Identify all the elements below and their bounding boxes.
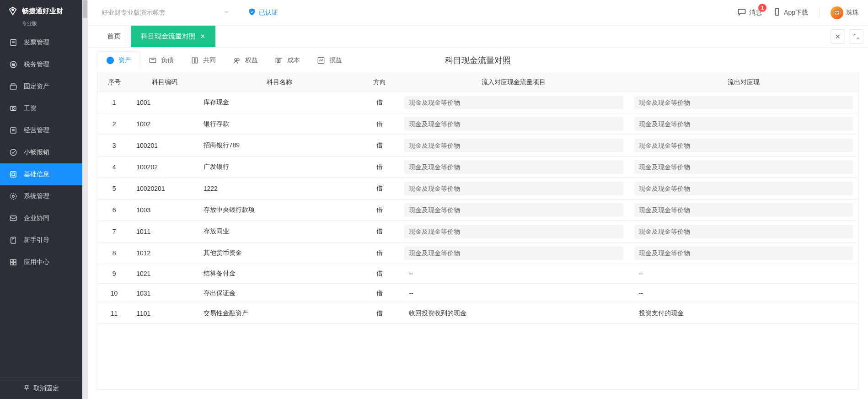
cell-name: 存放中央银行款项	[198, 199, 361, 221]
svg-point-34	[235, 58, 237, 60]
cell-outflow[interactable]: 现金及现金等价物	[629, 92, 858, 113]
equity-cat-icon	[232, 56, 241, 65]
cell-inflow[interactable]: 收回投资收到的现金	[399, 303, 628, 324]
cell-outflow[interactable]: 现金及现金等价物	[629, 221, 858, 242]
fullscreen-button[interactable]	[849, 29, 863, 44]
category-tab-equity-cat[interactable]: 权益	[224, 52, 266, 69]
cell-inflow[interactable]: --	[399, 283, 628, 303]
cell-code: 100202	[131, 156, 198, 178]
cell-outflow[interactable]: 现金及现金等价物	[629, 178, 858, 199]
cell-code: 1021	[131, 264, 198, 283]
tax-icon: %	[9, 60, 17, 69]
cell-inflow[interactable]: --	[399, 264, 628, 283]
cell-code: 100201	[131, 135, 198, 156]
th-dir: 方向	[361, 73, 399, 92]
cell-outflow[interactable]: 现金及现金等价物	[629, 242, 858, 264]
user-menu[interactable]: 🐵 珠珠	[830, 6, 859, 19]
cell-inflow[interactable]: 现金及现金等价物	[399, 242, 628, 264]
top-actions: 消息 1 App下载 🐵 珠珠	[737, 6, 859, 19]
cell-seq: 6	[97, 199, 131, 221]
sidebar-item-manage[interactable]: 经营管理	[0, 119, 82, 141]
sidebar-item-tax[interactable]: %税务管理	[0, 54, 82, 75]
table-row[interactable]: 21002银行存款借现金及现金等价物现金及现金等价物	[97, 113, 858, 135]
cell-outflow[interactable]: 现金及现金等价物	[629, 135, 858, 156]
cell-inflow[interactable]: 现金及现金等价物	[399, 135, 628, 156]
cell-dir: 借	[361, 303, 399, 324]
close-tab-button[interactable]: ✕	[830, 29, 845, 44]
cell-inflow[interactable]: 现金及现金等价物	[399, 199, 628, 221]
cell-inflow[interactable]: 现金及现金等价物	[399, 221, 628, 242]
sidebar-nav: 发票管理%税务管理固定资产工资经营管理小畅报销基础信息系统管理企业协同新手引导应…	[0, 32, 82, 377]
sidebar-scrollbar[interactable]	[82, 0, 88, 399]
sidebar-unpin-button[interactable]: 取消固定	[0, 377, 82, 399]
cell-inflow[interactable]: 现金及现金等价物	[399, 92, 628, 113]
table-row[interactable]: 5100202011222借现金及现金等价物现金及现金等价物	[97, 178, 858, 199]
cell-code: 1003	[131, 199, 198, 221]
svg-rect-36	[277, 59, 279, 63]
cell-outflow[interactable]: --	[629, 283, 858, 303]
sidebar-item-system[interactable]: 系统管理	[0, 185, 82, 207]
cell-outflow[interactable]: 现金及现金等价物	[629, 113, 858, 135]
cell-inflow[interactable]: 现金及现金等价物	[399, 156, 628, 178]
account-selector[interactable]: 好业财专业版演示帐套	[97, 6, 234, 20]
cell-seq: 1	[97, 92, 131, 113]
svg-text:%: %	[12, 63, 15, 67]
sidebar-item-label: 工资	[24, 104, 37, 113]
sidebar-item-label: 新手引导	[24, 236, 49, 244]
cell-inflow[interactable]: 现金及现金等价物	[399, 113, 628, 135]
cell-name: 交易性金融资产	[198, 303, 361, 324]
cell-outflow[interactable]: --	[629, 264, 858, 283]
sidebar-item-guide[interactable]: 新手引导	[0, 229, 82, 251]
table-row[interactable]: 4100202广发银行借现金及现金等价物现金及现金等价物	[97, 156, 858, 178]
cell-dir: 借	[361, 199, 399, 221]
sidebar-item-collab[interactable]: 企业协同	[0, 207, 82, 229]
category-tab-liab-cat[interactable]: 负债	[140, 52, 182, 69]
svg-rect-20	[11, 259, 13, 262]
pl-cat-icon	[316, 56, 326, 65]
svg-text:资: 资	[108, 58, 113, 63]
table-row[interactable]: 101031存出保证金借----	[97, 283, 858, 303]
category-tab-asset-cat[interactable]: 资资产	[97, 52, 140, 69]
sidebar-item-asset[interactable]: 固定资产	[0, 75, 82, 97]
svg-rect-32	[192, 58, 194, 63]
table-row[interactable]: 111101交易性金融资产借收回投资收到的现金投资支付的现金	[97, 303, 858, 324]
category-tab-cost-cat[interactable]: 成本	[266, 52, 308, 69]
sidebar-item-basic[interactable]: 基础信息	[0, 163, 82, 185]
table-row[interactable]: 61003存放中央银行款项借现金及现金等价物现金及现金等价物	[97, 199, 858, 221]
svg-point-9	[12, 108, 15, 110]
tab-subject-cashflow[interactable]: 科目现金流量对照 ✕	[131, 26, 215, 47]
cell-outflow[interactable]: 现金及现金等价物	[629, 156, 858, 178]
cell-seq: 8	[97, 242, 131, 264]
table-row[interactable]: 81012其他货币资金借现金及现金等价物现金及现金等价物	[97, 242, 858, 264]
category-tabs: 资资产负债共同权益成本损益 科目现金流量对照	[97, 48, 859, 73]
download-button[interactable]: App下载	[773, 8, 808, 17]
close-icon[interactable]: ✕	[200, 33, 205, 40]
category-tab-common-cat[interactable]: 共同	[182, 52, 224, 69]
salary-icon	[9, 104, 17, 113]
table-row[interactable]: 91021结算备付金借----	[97, 264, 858, 283]
messages-button[interactable]: 消息 1	[737, 7, 762, 18]
th-code: 科目编码	[131, 73, 198, 92]
brand: 畅捷通好业财	[0, 0, 82, 22]
tab-home[interactable]: 首页	[97, 26, 131, 47]
brand-logo-icon	[7, 5, 18, 16]
sidebar-item-expense[interactable]: 小畅报销	[0, 141, 82, 163]
cell-seq: 3	[97, 135, 131, 156]
basic-icon	[9, 170, 17, 178]
sidebar-item-apps[interactable]: 应用中心	[0, 251, 82, 273]
table-row[interactable]: 71011存放同业借现金及现金等价物现金及现金等价物	[97, 221, 858, 242]
table-row[interactable]: 11001库存现金借现金及现金等价物现金及现金等价物	[97, 92, 858, 113]
cell-inflow[interactable]: 现金及现金等价物	[399, 178, 628, 199]
svg-point-16	[12, 195, 15, 198]
shield-icon	[248, 8, 256, 17]
table-row[interactable]: 3100201招商银行789借现金及现金等价物现金及现金等价物	[97, 135, 858, 156]
sidebar-item-salary[interactable]: 工资	[0, 97, 82, 119]
cell-name: 1222	[198, 178, 361, 199]
svg-rect-22	[11, 263, 13, 265]
cell-code: 1011	[131, 221, 198, 242]
cell-outflow[interactable]: 投资支付的现金	[629, 303, 858, 324]
sidebar-item-invoice[interactable]: 发票管理	[0, 32, 82, 54]
table-wrap[interactable]: 序号 科目编码 科目名称 方向 流入对应现金流量项目 流出对应现 11001库存…	[97, 73, 859, 390]
category-tab-pl-cat[interactable]: 损益	[308, 52, 350, 69]
cell-outflow[interactable]: 现金及现金等价物	[629, 199, 858, 221]
